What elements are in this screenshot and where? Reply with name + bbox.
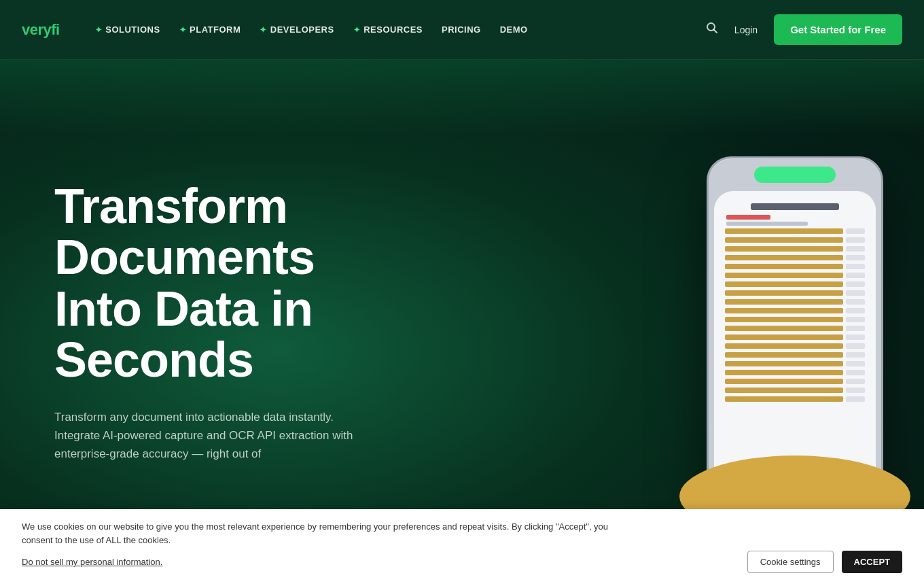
receipt-bar-light [846,255,865,260]
receipt-bar-light [846,264,865,269]
login-button[interactable]: Login [729,22,763,38]
receipt-bar-light [846,388,865,393]
receipt-bar-light [846,334,865,340]
nav-item-pricing[interactable]: PRICING [433,19,489,40]
receipt-bar-light [846,228,865,234]
receipt-bar [725,246,843,252]
receipt-bar-light [846,281,865,287]
receipt-bar [725,370,843,375]
receipt-row [721,396,869,402]
phone-screen [714,191,876,489]
receipt-row [721,290,869,296]
receipt-row [721,307,869,314]
nav-item-resources[interactable]: ✦ RESOURCES [345,19,431,40]
spark-icon-platform: ✦ [179,25,187,35]
phone-illustration [707,156,883,496]
hero-section: Transform Documents Into Data in Seconds… [0,0,924,584]
receipt-row [721,298,869,305]
receipt-bar [725,388,843,393]
nav-item-platform[interactable]: ✦ PLATFORM [171,19,249,40]
receipt-bar-light [846,361,865,366]
receipt-bar-light [846,343,865,349]
receipt-bar-light [846,308,865,313]
receipt-bar [725,352,843,358]
receipt-content [721,199,869,402]
receipt-row [721,316,869,323]
receipt-bar-light [846,317,865,322]
receipt-row [721,334,869,341]
cookie-settings-button[interactable]: Cookie settings [747,551,834,573]
nav-item-solutions[interactable]: ✦ SOLUTIONS [87,19,168,40]
receipt-bar [725,308,843,313]
receipt-bar-light [846,237,865,243]
hero-title: Transform Documents Into Data in Seconds [54,181,367,386]
receipt-bar-light [846,326,865,331]
receipt-bar [725,326,843,331]
receipt-gray-line [726,222,808,226]
receipt-bar [725,228,843,234]
receipt-row [721,369,869,376]
nav-item-demo[interactable]: DEMO [492,19,536,40]
receipt-bar [725,396,843,402]
phone-notch [754,167,836,183]
receipt-bar-light [846,299,865,305]
cookie-actions: Cookie settings ACCEPT [747,551,902,573]
cookie-privacy-link[interactable]: Do not sell my personal information. [22,557,162,567]
receipt-bar [725,343,843,349]
receipt-row [721,281,869,288]
receipt-bar [725,317,843,322]
receipt-header-line [751,203,840,210]
receipt-row [721,272,869,279]
spark-icon-developers: ✦ [260,25,267,35]
receipt-bar-light [846,370,865,375]
receipt-bar [725,264,843,269]
receipt-bar [725,361,843,366]
receipt-bar [725,299,843,305]
receipt-row [721,245,869,252]
cookie-bottom-row: Do not sell my personal information. Coo… [22,551,902,573]
hero-subtitle: Transform any document into actionable d… [54,408,367,464]
receipt-red-line [726,215,770,220]
receipt-bar-light [846,273,865,278]
receipt-row [721,263,869,270]
receipt-bar-light [846,379,865,384]
hero-content: Transform Documents Into Data in Seconds… [0,140,421,504]
receipt-row [721,343,869,349]
receipt-row [721,325,869,332]
cookie-banner: We use cookies on our website to give yo… [0,509,924,584]
phone-device [707,156,883,496]
receipt-bar [725,281,843,287]
receipt-bar [725,290,843,296]
main-nav: veryfi ✦ SOLUTIONS ✦ PLATFORM ✦ DEVELOPE… [0,0,924,60]
receipt-bar-light [846,352,865,358]
cookie-accept-button[interactable]: ACCEPT [842,551,902,573]
receipt-bar [725,334,843,340]
receipt-row [721,228,869,235]
receipt-row [721,237,869,243]
receipt-bar-light [846,246,865,252]
nav-links: ✦ SOLUTIONS ✦ PLATFORM ✦ DEVELOPERS ✦ RE… [87,19,706,40]
receipt-row [721,351,869,358]
receipt-row [721,254,869,261]
search-icon[interactable] [706,22,718,37]
spark-icon-resources: ✦ [353,25,361,35]
receipt-bar [725,255,843,260]
get-started-button[interactable]: Get Started for Free [774,14,902,45]
logo[interactable]: veryfi [22,21,60,39]
receipt-row [721,387,869,394]
nav-right: Login Get Started for Free [706,14,902,45]
receipt-bar-light [846,290,865,296]
cookie-message: We use cookies on our website to give yo… [22,520,633,547]
nav-item-developers[interactable]: ✦ DEVELOPERS [251,19,342,40]
receipt-bar [725,237,843,243]
receipt-bar-light [846,396,865,402]
receipt-bar [725,273,843,278]
receipt-row [721,360,869,367]
receipt-bar [725,379,843,384]
spark-icon-solutions: ✦ [95,25,103,35]
svg-line-1 [713,30,717,33]
receipt-row [721,378,869,385]
